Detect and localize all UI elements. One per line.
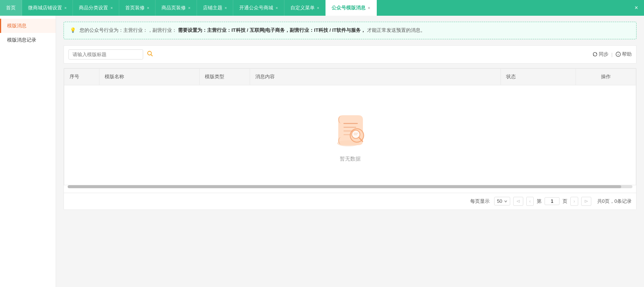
col-header-action: 操作: [576, 68, 636, 85]
sync-icon: [592, 52, 598, 57]
page-total: 共0页，0条记录: [597, 198, 632, 205]
page-size-label: 每页显示: [470, 198, 490, 205]
col-header-seq: 序号: [64, 68, 99, 85]
nav-item-shop-settings[interactable]: 微商城店铺设置 ×: [22, 0, 73, 16]
table-body: 暂无数据: [64, 85, 636, 185]
col-header-type: 模版类型: [200, 68, 250, 85]
sync-button[interactable]: 同步: [592, 51, 608, 58]
nav-item-product-category[interactable]: 商品分类设置 ×: [73, 0, 119, 16]
empty-state-row: 暂无数据: [64, 85, 636, 185]
divider: |: [611, 52, 613, 57]
empty-state-cell: 暂无数据: [64, 85, 636, 185]
close-product-decor-icon[interactable]: ×: [188, 6, 190, 10]
help-icon: ?: [616, 52, 621, 57]
alert-highlight-text: 需要设置为：主营行业：IT科技 / 互联网|电子商务，副营行业：IT科技 / I…: [178, 27, 366, 33]
col-header-name: 模版名称: [99, 68, 199, 85]
search-input[interactable]: [68, 49, 143, 59]
search-left: [68, 49, 154, 59]
pagination: 每页显示 50 ⊲ ‹ 第 页 › ⊳ 共0页，0条记录: [64, 193, 636, 210]
content-area: 💡 您的公众号行业为：主营行业：，副营行业： 需要设置为：主营行业：IT科技 /…: [56, 16, 644, 287]
alert-suffix-text: 才能正常发送预置的消息。: [367, 27, 425, 33]
close-shop-settings-icon[interactable]: ×: [64, 6, 67, 10]
close-open-mall-icon[interactable]: ×: [275, 6, 278, 10]
nav-close-all-button[interactable]: ×: [629, 0, 644, 16]
table-wrapper: 序号 模版名称 模版类型 消息内容 状态: [64, 68, 637, 210]
empty-state: 暂无数据: [64, 85, 636, 185]
sidebar: 模版消息 模版消息记录: [0, 16, 56, 287]
empty-state-icon: [328, 108, 373, 153]
top-navigation: 首页 微商城店铺设置 × 商品分类设置 × 首页装修 × 商品页装修 × 店铺主…: [0, 0, 644, 16]
help-button[interactable]: ? 帮助: [616, 51, 632, 58]
last-page-button[interactable]: ⊳: [581, 197, 591, 206]
page-label: 页: [563, 198, 567, 205]
col-header-content: 消息内容: [250, 68, 500, 85]
close-custom-menu-icon[interactable]: ×: [317, 6, 319, 10]
close-template-msg-icon[interactable]: ×: [368, 6, 370, 10]
search-icon: [147, 51, 153, 57]
horizontal-scrollbar[interactable]: [68, 185, 632, 188]
scroll-thumb[interactable]: [68, 185, 621, 188]
nav-item-template-msg[interactable]: 公众号模版消息 ×: [326, 0, 376, 16]
close-shop-theme-icon[interactable]: ×: [225, 6, 227, 10]
sidebar-item-template-msg[interactable]: 模版消息: [0, 19, 56, 33]
alert-box: 💡 您的公众号行业为：主营行业：，副营行业： 需要设置为：主营行业：IT科技 /…: [64, 22, 637, 39]
alert-prefix-text: 您的公众号行业为：主营行业：，副营行业：: [80, 27, 177, 33]
dropdown-icon: [504, 199, 508, 203]
prev-page-button[interactable]: ‹: [526, 197, 534, 206]
search-bar: 同步 | ? 帮助: [64, 45, 637, 64]
table-header-row: 序号 模版名称 模版类型 消息内容 状态: [64, 68, 636, 85]
nav-item-shop-theme[interactable]: 店铺主题 ×: [197, 0, 233, 16]
page-di-label: 第: [537, 198, 542, 205]
sidebar-item-template-msg-record[interactable]: 模版消息记录: [0, 33, 56, 47]
current-page-input[interactable]: [545, 197, 560, 205]
nav-item-home-decor[interactable]: 首页装修 ×: [119, 0, 155, 16]
nav-item-product-decor[interactable]: 商品页装修 ×: [155, 0, 197, 16]
first-page-button[interactable]: ⊲: [513, 197, 523, 206]
search-right: 同步 | ? 帮助: [592, 51, 632, 58]
svg-text:?: ?: [617, 53, 619, 57]
search-button[interactable]: [145, 51, 154, 58]
close-product-category-icon[interactable]: ×: [110, 6, 113, 10]
next-page-button[interactable]: ›: [570, 197, 578, 206]
main-layout: 模版消息 模版消息记录 💡 您的公众号行业为：主营行业：，副营行业： 需要设置为…: [0, 16, 644, 287]
nav-item-custom-menu[interactable]: 自定义菜单 ×: [284, 0, 326, 16]
alert-icon: 💡: [70, 27, 76, 33]
close-home-decor-icon[interactable]: ×: [147, 6, 149, 10]
empty-text: 暂无数据: [340, 156, 361, 162]
nav-item-open-mall[interactable]: 开通公众号商城 ×: [233, 0, 284, 16]
nav-item-home[interactable]: 首页: [0, 0, 22, 16]
data-table: 序号 模版名称 模版类型 消息内容 状态: [64, 68, 636, 185]
page-size-select[interactable]: 50: [494, 197, 510, 205]
col-header-status: 状态: [500, 68, 576, 85]
svg-line-1: [151, 55, 152, 56]
